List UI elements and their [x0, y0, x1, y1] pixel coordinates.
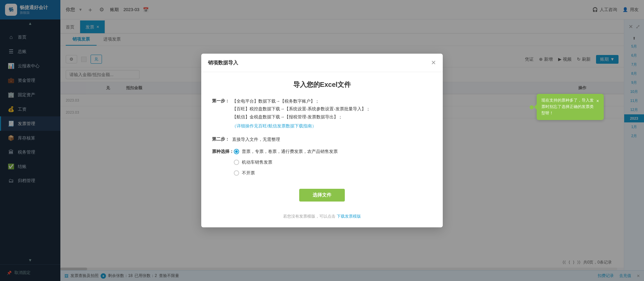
- import-modal: 销项数据导入 ✕ 导入您的Excel文件 第一步： 【全电平台】数据下载→【税务…: [201, 54, 443, 227]
- ticket-normal-label: 普票，专票，卷票，通行费发票，农产品销售发票: [242, 149, 338, 155]
- step1-line3: 【航信】金税盘数据下载→【报税管理-发票数据导出】；: [232, 113, 370, 121]
- step1-line2: 【百旺】税控盘数据下载→【系统设置-系统参数设置-发票批量导入】；: [232, 105, 370, 113]
- modal-title: 销项数据导入: [208, 60, 238, 66]
- modal-main-title: 导入您的Excel文件: [212, 80, 432, 89]
- ticket-radio-none[interactable]: 不开票: [234, 170, 338, 176]
- ticket-none-label: 不开票: [242, 170, 255, 176]
- tooltip-text: 现在支持的票种多了，导入发票时别忘了选择正确的发票类型呀！: [541, 98, 594, 115]
- ticket-motor-label: 机动车销售发票: [242, 159, 272, 165]
- tip-text: 若您没有发票模版，可以点击: [283, 214, 335, 219]
- step1-line1: 【全电平台】数据下载→【税务数字账户】；: [232, 97, 370, 105]
- step1-label: 第一步：: [212, 97, 232, 130]
- step2-row: 第二步： 直接导入文件，无需整理: [212, 135, 432, 143]
- download-guide-link[interactable]: （详细操作见百旺/航信发票数据下载指南）: [232, 123, 316, 128]
- modal-close-button[interactable]: ✕: [431, 59, 436, 66]
- modal-footer: 选择文件: [212, 186, 432, 210]
- download-template-tip: 若您没有发票模版，可以点击 下载发票模版: [212, 214, 432, 219]
- tooltip-close-btn[interactable]: ×: [596, 97, 599, 105]
- ticket-selection: 票种选择： 普票，专票，卷票，通行费发票，农产品销售发票 机动车销售发票: [212, 149, 432, 179]
- ticket-radio-motor[interactable]: 机动车销售发票: [234, 159, 338, 165]
- step2-text: 直接导入文件，无需整理: [232, 137, 280, 142]
- ticket-radio-normal[interactable]: 普票，专票，卷票，通行费发票，农产品销售发票: [234, 149, 338, 155]
- radio-normal-circle: [234, 149, 239, 154]
- step1-row: 第一步： 【全电平台】数据下载→【税务数字账户】； 【百旺】税控盘数据下载→【系…: [212, 97, 432, 130]
- step2-label: 第二步：: [212, 135, 232, 143]
- select-file-button[interactable]: 选择文件: [299, 189, 345, 202]
- step2-content: 直接导入文件，无需整理: [232, 135, 280, 143]
- radio-none-circle: [234, 170, 239, 176]
- ticket-options: 普票，专票，卷票，通行费发票，农产品销售发票 机动车销售发票 不开票: [234, 149, 338, 179]
- step1-content: 【全电平台】数据下载→【税务数字账户】； 【百旺】税控盘数据下载→【系统设置-系…: [232, 97, 370, 130]
- download-template-link[interactable]: 下载发票模版: [337, 214, 361, 219]
- tooltip-bubble: × 现在支持的票种多了，导入发票时别忘了选择正确的发票类型呀！: [537, 94, 604, 120]
- modal-body: 导入您的Excel文件 第一步： 【全电平台】数据下载→【税务数字账户】； 【百…: [201, 72, 443, 227]
- modal-header: 销项数据导入 ✕: [201, 54, 443, 72]
- radio-motor-circle: [234, 160, 239, 165]
- ticket-label: 票种选择：: [212, 149, 234, 155]
